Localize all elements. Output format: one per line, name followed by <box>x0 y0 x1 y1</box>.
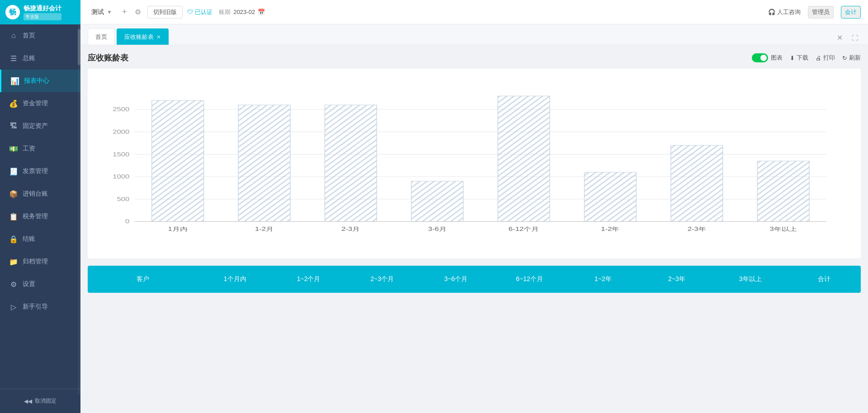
svg-rect-30 <box>585 172 637 221</box>
role-button[interactable]: 会计 <box>841 6 861 19</box>
sidebar-label-tax: 税务管理 <box>23 212 48 221</box>
window-expand-icon[interactable]: ⛶ <box>849 33 861 42</box>
svg-text:0: 0 <box>125 219 129 225</box>
refresh-icon: ↻ <box>842 55 847 61</box>
page-title: 应收账龄表 <box>88 52 128 63</box>
chart-toggle[interactable]: 图表 <box>752 53 783 62</box>
period-value: 2023-02 <box>233 9 255 15</box>
svg-text:3年以上: 3年以上 <box>769 226 797 232</box>
svg-text:1500: 1500 <box>113 151 129 157</box>
svg-rect-24 <box>325 105 377 221</box>
sidebar-icon-tax: 📋 <box>9 212 18 221</box>
sidebar-nav: ⌂ 首页 ☰ 总账 📊 报表中心 💰 资金管理 🏗 固定资产 💵 工资 🧾 发票… <box>0 24 80 389</box>
table-header-cell: 2~3个月 <box>345 266 419 293</box>
toggle-switch[interactable] <box>752 53 768 62</box>
svg-text:1000: 1000 <box>113 174 129 179</box>
logo-badge: 专业版 <box>24 13 61 20</box>
print-icon: 🖨 <box>816 55 821 61</box>
svg-rect-26 <box>411 181 463 221</box>
sidebar-label-assets: 固定资产 <box>23 122 48 130</box>
svg-rect-20 <box>152 100 204 221</box>
sidebar-logo: 畅 畅捷通好会计 专业版 <box>0 0 80 24</box>
logo-name: 畅捷通好会计 <box>24 4 61 12</box>
sidebar-item-settings[interactable]: ⚙ 设置 <box>0 273 80 296</box>
table-header-cell: 2~3年 <box>640 266 713 293</box>
consult-button[interactable]: 🎧 人工咨询 <box>768 8 801 16</box>
print-button[interactable]: 🖨 打印 <box>816 54 835 62</box>
table-header-cell: 3年以上 <box>713 266 787 293</box>
settings-icon[interactable]: ⚙ <box>133 6 143 18</box>
cancel-fixed-button[interactable]: ◀◀ 取消固定 <box>0 394 80 408</box>
bar-chart: 050010001500200025001月内1-2月2-3月3-6月6-12个… <box>97 78 852 249</box>
old-version-button[interactable]: 切到旧版 <box>147 6 183 19</box>
tab-home[interactable]: 首页 <box>88 28 115 45</box>
sidebar-label-funds: 资金管理 <box>23 99 48 108</box>
admin-button[interactable]: 管理员 <box>808 6 834 19</box>
sidebar-icon-funds: 💰 <box>9 99 18 108</box>
sidebar-label-settings: 设置 <box>23 280 35 288</box>
sidebar-item-inventory[interactable]: 📦 进销台账 <box>0 183 80 205</box>
topbar: 测试 ▼ + ⚙ 切到旧版 🛡 已认证 账期 2023-02 📅 🎧 人工咨询 … <box>80 0 868 24</box>
sidebar-item-archive[interactable]: 📁 归档管理 <box>0 250 80 273</box>
logo-icon: 畅 <box>5 5 20 19</box>
sidebar-item-invoice[interactable]: 🧾 发票管理 <box>0 160 80 183</box>
download-button[interactable]: ⬇ 下载 <box>790 54 808 62</box>
period-selector[interactable]: 账期 2023-02 📅 <box>219 8 265 16</box>
sidebar-item-ledger[interactable]: ☰ 总账 <box>0 47 80 70</box>
sidebar-label-home: 首页 <box>23 32 35 40</box>
tab-home-label: 首页 <box>95 33 107 41</box>
cancel-fixed-icon: ◀◀ <box>24 398 32 404</box>
tab-close-icon[interactable]: ✕ <box>156 34 161 40</box>
table-header-cell: 1个月内 <box>198 266 272 293</box>
sidebar-item-salary[interactable]: 💵 工资 <box>0 137 80 160</box>
sidebar-item-tax[interactable]: 📋 税务管理 <box>0 205 80 228</box>
tab-ar-aging-label: 应收账龄表 <box>124 33 154 41</box>
sidebar-scrollbar[interactable] <box>78 24 80 395</box>
company-selector[interactable]: 测试 ▼ <box>88 6 116 18</box>
sidebar-bottom: ◀◀ 取消固定 <box>0 389 80 413</box>
cancel-fixed-label: 取消固定 <box>35 397 57 405</box>
tabbar: 首页 应收账龄表 ✕ ✕ ⛶ <box>80 24 868 45</box>
add-company-button[interactable]: + <box>120 5 129 19</box>
sidebar-label-reports: 报表中心 <box>24 77 49 85</box>
sidebar-icon-assets: 🏗 <box>9 122 18 130</box>
svg-rect-32 <box>671 145 723 222</box>
svg-text:2000: 2000 <box>113 129 129 135</box>
sidebar-label-archive: 归档管理 <box>23 258 48 266</box>
sidebar-label-salary: 工资 <box>23 145 35 153</box>
sidebar-item-closing[interactable]: 🔒 结账 <box>0 228 80 250</box>
refresh-button[interactable]: ↻ 刷新 <box>842 54 861 62</box>
tabbar-actions: ✕ ⛶ <box>834 33 861 45</box>
sidebar-item-reports[interactable]: 📊 报表中心 <box>0 70 80 92</box>
sidebar-icon-closing: 🔒 <box>9 235 18 244</box>
svg-text:1月内: 1月内 <box>168 226 187 232</box>
svg-rect-28 <box>498 96 550 221</box>
svg-text:2-3月: 2-3月 <box>341 226 360 232</box>
sidebar-item-home[interactable]: ⌂ 首页 <box>0 24 80 47</box>
tab-ar-aging[interactable]: 应收账龄表 ✕ <box>117 28 169 45</box>
company-chevron-icon: ▼ <box>107 9 112 15</box>
sidebar-item-assets[interactable]: 🏗 固定资产 <box>0 115 80 137</box>
sidebar-label-inventory: 进销台账 <box>23 190 48 198</box>
table-header-cell: 合计 <box>787 266 861 293</box>
sidebar-icon-guide: ▷ <box>9 303 18 311</box>
certified-label: 已认证 <box>195 8 212 16</box>
svg-text:3-6月: 3-6月 <box>428 226 447 232</box>
download-icon: ⬇ <box>790 55 795 61</box>
table-header: 客户1个月内1~2个月2~3个月3~6个月6~12个月1~2年2~3年3年以上合… <box>88 266 861 293</box>
sidebar-item-funds[interactable]: 💰 资金管理 <box>0 92 80 115</box>
chart-toggle-label: 图表 <box>771 54 783 62</box>
svg-rect-22 <box>238 105 290 221</box>
page-header: 应收账龄表 图表 ⬇ 下载 🖨 打印 ↻ 刷新 <box>88 52 861 63</box>
svg-text:1-2月: 1-2月 <box>255 226 274 232</box>
window-close-icon[interactable]: ✕ <box>834 33 845 43</box>
svg-text:6-12个月: 6-12个月 <box>509 226 539 232</box>
sidebar-icon-salary: 💵 <box>9 145 18 153</box>
table-header-cell: 客户 <box>88 266 198 293</box>
sidebar-label-guide: 新手引导 <box>23 303 48 311</box>
calendar-icon: 📅 <box>258 9 265 15</box>
svg-text:1-2年: 1-2年 <box>601 226 619 232</box>
table-container: 客户1个月内1~2个月2~3个月3~6个月6~12个月1~2年2~3年3年以上合… <box>88 266 861 293</box>
sidebar-icon-ledger: ☰ <box>9 54 18 63</box>
sidebar-item-guide[interactable]: ▷ 新手引导 <box>0 296 80 318</box>
